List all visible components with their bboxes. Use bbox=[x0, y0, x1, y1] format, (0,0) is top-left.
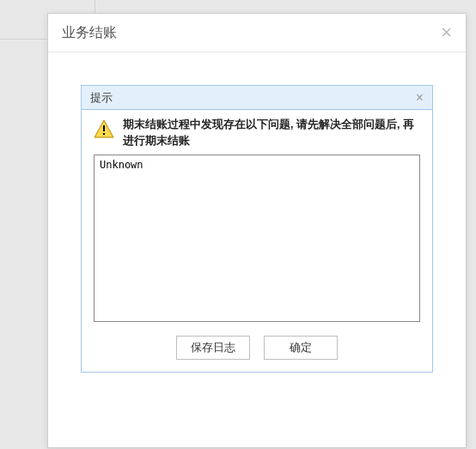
close-icon[interactable]: × bbox=[441, 23, 452, 42]
close-icon[interactable]: × bbox=[416, 91, 424, 105]
ok-button[interactable]: 确定 bbox=[264, 336, 338, 360]
inner-dialog-header: 提示 × bbox=[82, 86, 432, 110]
save-log-button[interactable]: 保存日志 bbox=[176, 336, 250, 360]
outer-dialog-body: 提示 × 期末结账过程中发现存在以下问题, 请先解决全部问题后, 再进行期末结账… bbox=[48, 52, 466, 390]
inner-dialog: 提示 × 期末结账过程中发现存在以下问题, 请先解决全部问题后, 再进行期末结账… bbox=[81, 85, 433, 373]
svg-rect-1 bbox=[103, 125, 105, 131]
inner-dialog-footer: 保存日志 确定 bbox=[82, 331, 432, 372]
problem-list-content: Unknown bbox=[100, 159, 143, 171]
warning-icon bbox=[94, 118, 114, 139]
outer-dialog-title: 业务结账 bbox=[62, 24, 117, 42]
outer-dialog-header: 业务结账 × bbox=[48, 14, 466, 52]
inner-message-row: 期末结账过程中发现存在以下问题, 请先解决全部问题后, 再进行期末结账 bbox=[82, 110, 432, 155]
inner-dialog-title: 提示 bbox=[90, 90, 113, 106]
svg-rect-2 bbox=[103, 133, 105, 135]
inner-dialog-message: 期末结账过程中发现存在以下问题, 请先解决全部问题后, 再进行期末结账 bbox=[123, 117, 420, 149]
problem-list-box[interactable]: Unknown bbox=[94, 155, 420, 322]
outer-dialog: 业务结账 × 提示 × 期末结账过程中发现存在以下问题, 请先解决全部问题后, … bbox=[47, 13, 467, 448]
